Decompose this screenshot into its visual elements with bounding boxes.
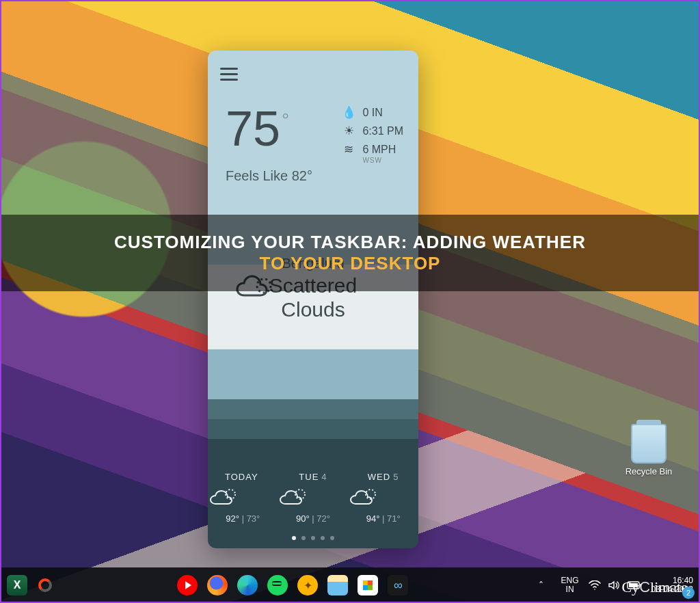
watermark-brand: CyClimate — [621, 578, 688, 596]
tray-overflow-icon[interactable] — [531, 575, 552, 595]
page-dot[interactable] — [292, 536, 296, 540]
forecast-day-name: WED5 — [349, 472, 418, 482]
forecast-day[interactable]: WED5 94° | 71° — [349, 472, 418, 524]
taskbar-firefox-icon[interactable] — [207, 575, 228, 595]
taskbar-brave-icon[interactable] — [36, 576, 55, 595]
wind-icon: ≋ — [342, 142, 355, 157]
title-overlay: CUSTOMIZING YOUR TASKBAR: ADDING WEATHER… — [0, 215, 700, 291]
forecast-day-name: TODAY — [208, 472, 278, 482]
taskbar-store-icon[interactable] — [358, 575, 378, 595]
taskbar-edge-icon[interactable] — [237, 575, 258, 595]
degree-symbol: ° — [282, 109, 289, 131]
language-indicator[interactable]: ENG IN — [561, 576, 579, 593]
taskbar-excel-icon[interactable] — [7, 575, 27, 595]
forecast-icon — [349, 486, 418, 509]
taskbar-spotify-icon[interactable] — [267, 575, 288, 595]
temperature-display: 75 ° — [226, 104, 289, 153]
wind-value: 6 MPH — [362, 144, 396, 156]
hamburger-menu-icon[interactable] — [220, 64, 238, 84]
weather-stats: 💧 0 IN ☀ 6:31 PM ≋ 6 MPH WSW — [342, 101, 403, 164]
wifi-icon[interactable] — [589, 580, 601, 590]
precipitation-icon: 💧 — [342, 105, 355, 120]
precipitation-value: 0 IN — [362, 107, 382, 119]
language-bottom: IN — [561, 585, 579, 594]
sunset-value: 6:31 PM — [362, 125, 403, 137]
title-line-2: TO YOUR DESKTOP — [114, 253, 586, 274]
page-dot[interactable] — [311, 536, 315, 540]
forecast-high-low: 92° | 73° — [208, 513, 278, 524]
taskbar-youtube-icon[interactable] — [177, 575, 198, 595]
taskbar-msmeter-icon[interactable] — [388, 575, 408, 595]
forecast-icon — [208, 486, 278, 509]
taskbar[interactable]: ENG IN 16:40 03-04-2023 CyClimate 2 — [0, 567, 700, 603]
page-dot[interactable] — [321, 536, 325, 540]
forecast-day[interactable]: TODAY 92° | 73° — [208, 472, 278, 524]
forecast-day[interactable]: TUE4 90° | 72° — [278, 472, 348, 524]
page-dot[interactable] — [301, 536, 306, 540]
forecast-icon — [278, 486, 348, 509]
taskbar-explorer-icon[interactable] — [327, 575, 348, 595]
wind-direction: WSW — [362, 157, 403, 164]
notification-badge[interactable]: 2 — [682, 587, 695, 599]
forecast-day-name: TUE4 — [278, 472, 348, 482]
forecast-high-low: 90° | 72° — [278, 513, 348, 524]
page-dot[interactable] — [330, 536, 334, 540]
recycle-bin[interactable]: Recycle Bin — [618, 424, 679, 477]
weather-widget[interactable]: 75 ° 💧 0 IN ☀ 6:31 PM ≋ 6 MPH WSW Feels … — [208, 51, 418, 548]
recycle-bin-label: Recycle Bin — [618, 466, 679, 477]
sunset-icon: ☀ — [342, 124, 355, 138]
volume-icon[interactable] — [608, 580, 620, 590]
page-dots[interactable] — [208, 536, 418, 540]
recycle-bin-icon — [631, 424, 667, 464]
taskbar-app-icon[interactable] — [297, 575, 318, 595]
forecast-high-low: 94° | 71° — [349, 513, 418, 524]
temperature-value: 75 — [226, 104, 280, 153]
title-line-1: CUSTOMIZING YOUR TASKBAR: ADDING WEATHER — [114, 232, 586, 253]
forecast-row: TODAY 92° | 73° TUE4 90° | 72° WED5 — [208, 472, 418, 524]
feels-like: Feels Like 82° — [226, 168, 312, 184]
